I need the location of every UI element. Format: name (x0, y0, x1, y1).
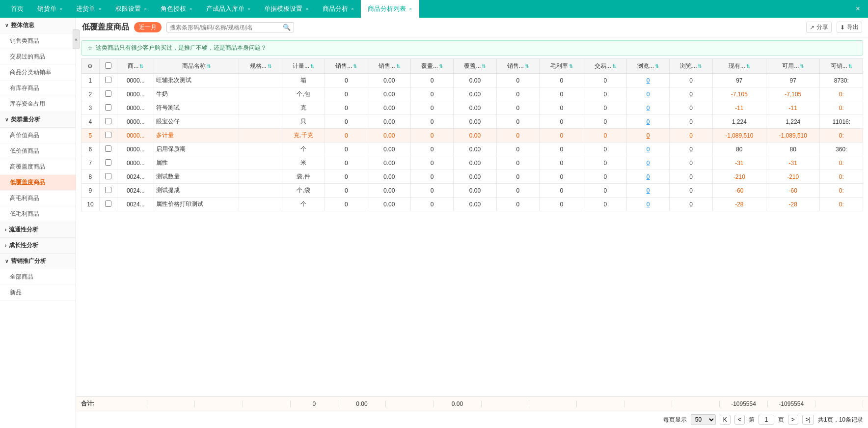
row-code: 0024... (117, 170, 154, 184)
export-button[interactable]: ⬇ 导出 (837, 22, 862, 33)
nav-close-permissions[interactable]: × (144, 6, 147, 12)
nav-close-product-analysis-list[interactable]: × (409, 6, 412, 12)
table-row: 1 0000... 旺辅批次测试 箱 0 0.00 0 0.00 0 0 0 0… (81, 74, 863, 87)
sidebar-item-stocked-goods[interactable]: 有库存商品 (0, 81, 76, 96)
nav-close-product-warehouse[interactable]: × (247, 6, 250, 12)
row-browse1[interactable]: 0 (626, 170, 669, 184)
row-checkbox[interactable] (99, 101, 117, 115)
sidebar-item-traded-goods[interactable]: 交易过的商品 (0, 49, 76, 65)
per-page-select[interactable]: 50 20 100 (691, 414, 716, 425)
nav-close-doc-template[interactable]: × (305, 6, 308, 12)
sidebar-item-category-rate[interactable]: 商品分类动销率 (0, 65, 76, 81)
footer-sales-amount: 0.00 (338, 400, 386, 407)
row-checkbox[interactable] (99, 115, 117, 129)
row-browse1[interactable]: 0 (626, 198, 669, 211)
row-checkbox[interactable] (99, 184, 117, 198)
nav-purchase-order[interactable]: 进货单 × (69, 0, 108, 18)
nav-product-analysis[interactable]: 商品分析 × (316, 0, 361, 18)
row-sales-count: 0 (325, 184, 368, 198)
last-page-button[interactable]: >| (802, 415, 814, 425)
row-checkbox[interactable] (99, 156, 117, 170)
select-all-checkbox[interactable] (105, 62, 111, 69)
row-code: 0000... (117, 143, 154, 156)
row-sales-amount: 0.00 (368, 101, 410, 115)
table-row: 6 0000... 启用保质期 个 0 0.00 0 0.00 0 0 0 0 … (81, 143, 863, 156)
sidebar-group-overall[interactable]: ∨ 整体信息 (0, 18, 76, 33)
row-select-checkbox[interactable] (105, 200, 111, 207)
row-checkbox[interactable] (99, 170, 117, 184)
row-trade: 0 (584, 74, 626, 87)
row-select-checkbox[interactable] (105, 118, 111, 124)
footer-sales3 (482, 400, 529, 407)
row-select-checkbox[interactable] (105, 187, 111, 193)
row-checkbox[interactable] (99, 74, 117, 87)
nav-close-purchase-order[interactable]: × (98, 6, 101, 12)
footer-cover2: 0.00 (434, 400, 481, 407)
sidebar-item-low-coverage[interactable]: 低覆盖度商品 (0, 175, 76, 191)
sidebar-item-sales-goods[interactable]: 销售类商品 (0, 33, 76, 49)
nav-doc-template[interactable]: 单据模板设置 × (257, 0, 315, 18)
nav-sales-order[interactable]: 销货单 × (30, 0, 69, 18)
next-page-button[interactable]: > (788, 415, 798, 425)
row-checkbox[interactable] (99, 143, 117, 156)
sidebar-item-low-value[interactable]: 低价值商品 (0, 143, 76, 159)
row-sales3: 0 (496, 184, 539, 198)
row-browse1[interactable]: 0 (626, 143, 669, 156)
sidebar-group-marketing[interactable]: ∨ 营销推广分析 (0, 254, 76, 269)
nav-close-product-analysis[interactable]: × (351, 6, 354, 12)
row-browse1[interactable]: 0 (626, 74, 669, 87)
row-select-checkbox[interactable] (105, 159, 111, 166)
row-browse2: 0 (670, 143, 712, 156)
row-spec (239, 198, 282, 211)
nav-product-warehouse[interactable]: 产成品入库单 × (199, 0, 257, 18)
sidebar-item-low-margin[interactable]: 低毛利商品 (0, 206, 76, 222)
row-checkbox[interactable] (99, 198, 117, 211)
row-checkbox[interactable] (99, 129, 117, 143)
row-browse1[interactable]: 0 (626, 156, 669, 170)
sidebar-group-liquidity[interactable]: › 流通性分析 (0, 222, 76, 238)
share-button[interactable]: ↗ 分享 (806, 22, 832, 33)
col-settings[interactable]: ⚙ (81, 59, 100, 74)
row-browse1[interactable]: 0 (626, 184, 669, 198)
nav-close-all[interactable]: × (852, 4, 864, 13)
col-sellable: 可销...⇅ (820, 59, 863, 74)
sidebar-item-high-value[interactable]: 高价值商品 (0, 128, 76, 143)
search-icon[interactable]: 🔍 (283, 24, 291, 31)
nav-close-role-auth[interactable]: × (189, 6, 192, 12)
sidebar-group-category-analysis[interactable]: ∨ 类群量分析 (0, 112, 76, 128)
row-current-stock: 97 (712, 74, 766, 87)
sidebar-collapse-button[interactable]: « (73, 29, 80, 49)
row-browse1[interactable]: 0 (626, 101, 669, 115)
page-number-input[interactable] (759, 415, 774, 425)
sidebar-item-capital-usage[interactable]: 库存资金占用 (0, 96, 76, 112)
row-checkbox[interactable] (99, 87, 117, 101)
sidebar-item-all-goods[interactable]: 全部商品 (0, 269, 76, 285)
prev-page-button[interactable]: < (734, 415, 745, 425)
first-page-button[interactable]: K (720, 415, 731, 425)
row-select-checkbox[interactable] (105, 173, 111, 179)
nav-role-auth[interactable]: 角色授权 × (154, 0, 199, 18)
col-checkbox[interactable] (99, 59, 117, 74)
row-gross-margin: 0 (539, 74, 584, 87)
row-select-checkbox[interactable] (105, 132, 111, 138)
search-input[interactable] (170, 24, 283, 31)
row-gross-margin: 0 (539, 87, 584, 101)
sidebar-item-new-goods[interactable]: 新品 (0, 285, 76, 301)
row-browse2: 0 (670, 129, 712, 143)
row-select-checkbox[interactable] (105, 104, 111, 111)
sidebar-item-high-margin[interactable]: 高毛利商品 (0, 191, 76, 206)
nav-product-analysis-list[interactable]: 商品分析列表 × (361, 0, 419, 18)
nav-home[interactable]: 首页 (4, 0, 30, 18)
nav-permissions[interactable]: 权限设置 × (108, 0, 154, 18)
row-browse1[interactable]: 0 (626, 87, 669, 101)
footer-sellable (815, 400, 863, 407)
row-select-checkbox[interactable] (105, 77, 111, 83)
filter-period-button[interactable]: 近一月 (134, 22, 162, 32)
sidebar-group-growth[interactable]: › 成长性分析 (0, 238, 76, 254)
row-browse1[interactable]: 0 (626, 129, 669, 143)
nav-close-sales-order[interactable]: × (59, 6, 62, 12)
sidebar-item-high-coverage[interactable]: 高覆盖度商品 (0, 159, 76, 175)
row-select-checkbox[interactable] (105, 145, 111, 152)
row-select-checkbox[interactable] (105, 90, 111, 97)
row-browse1[interactable]: 0 (626, 115, 669, 129)
